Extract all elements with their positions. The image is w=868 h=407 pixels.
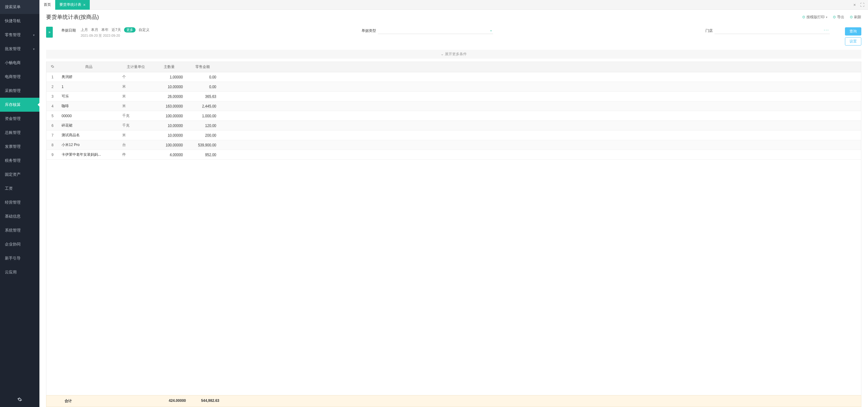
cell-unit: 米 — [119, 82, 153, 92]
sidebar-item-label: 资金管理 — [5, 116, 21, 121]
cell-amount[interactable]: 365.63 — [186, 92, 219, 101]
sidebar-item-7[interactable]: 库存核算 — [0, 98, 39, 112]
sidebar-item-11[interactable]: 税务管理 — [0, 153, 39, 168]
table-row[interactable]: 3可乐米26.00000365.63 — [46, 92, 861, 101]
sidebar-item-15[interactable]: 基础信息 — [0, 209, 39, 223]
cell-spacer — [219, 130, 861, 140]
type-select[interactable]: ⌄ — [378, 27, 493, 34]
chevron-down-icon: ⌄ — [490, 28, 493, 32]
sidebar-item-label: 云应用 — [5, 269, 17, 275]
sidebar-item-13[interactable]: 工资 — [0, 181, 39, 196]
sidebar-item-label: 基础信息 — [5, 214, 21, 219]
cell-index: 8 — [46, 140, 59, 150]
cell-qty[interactable]: 10.00000 — [153, 130, 186, 140]
refresh-button[interactable]: ⊙ 刷新 — [850, 14, 861, 20]
cell-qty[interactable]: 10.00000 — [153, 82, 186, 92]
export-icon: ⊙ — [833, 15, 836, 19]
sidebar-item-label: 搜索菜单 — [5, 4, 21, 10]
th-amount[interactable]: 零售金额 — [186, 62, 219, 72]
cell-qty[interactable]: 4.00000 — [153, 150, 186, 159]
cell-spacer — [219, 82, 861, 92]
reset-button[interactable]: 设置 — [845, 37, 861, 46]
main-content: 首页 要货单统计表 × × ⛶ 要货单统计表(按商品) ⊙ 按模版打印 ▾ — [39, 0, 868, 407]
total-amount: 544,982.63 — [189, 399, 222, 404]
sidebar-item-12[interactable]: 固定资产 — [0, 168, 39, 181]
page-title: 要货单统计表(按商品) — [46, 13, 99, 21]
sidebar-settings[interactable] — [0, 393, 39, 407]
cell-amount[interactable]: 200.00 — [186, 130, 219, 140]
sidebar-item-8[interactable]: 资金管理 — [0, 112, 39, 126]
tab-active[interactable]: 要货单统计表 × — [55, 0, 90, 10]
table-row[interactable]: 1奥润娇个1.000000.00 — [46, 72, 861, 82]
th-qty[interactable]: 主数量 — [153, 62, 186, 72]
cell-index: 4 — [46, 101, 59, 111]
cell-amount[interactable]: 539,900.00 — [186, 140, 219, 150]
collapse-filter-handle[interactable]: » — [46, 27, 53, 38]
sidebar-item-label: 系统管理 — [5, 228, 21, 233]
sidebar-item-6[interactable]: 采购管理 — [0, 84, 39, 98]
cell-amount[interactable]: 0.00 — [186, 72, 219, 82]
table-row[interactable]: 7测试商品名米10.00000200.00 — [46, 130, 861, 140]
cell-amount[interactable]: 0.00 — [186, 82, 219, 92]
sidebar-item-10[interactable]: 发票管理 — [0, 140, 39, 153]
cell-product: 00000 — [59, 111, 119, 121]
export-label: 导出 — [837, 14, 844, 20]
quick-this-year[interactable]: 本年 — [101, 27, 108, 32]
table-row[interactable]: 21米10.000000.00 — [46, 82, 861, 92]
cell-amount[interactable]: 952.00 — [186, 150, 219, 159]
cell-qty[interactable]: 1.00000 — [153, 72, 186, 82]
sidebar-item-17[interactable]: 企业协同 — [0, 237, 39, 251]
cell-qty[interactable]: 100.00000 — [153, 140, 186, 150]
table-row[interactable]: 500000千克100.000001,000.00 — [46, 111, 861, 121]
tab-home[interactable]: 首页 — [39, 0, 55, 10]
close-icon[interactable]: × — [83, 2, 86, 7]
sidebar-item-14[interactable]: 经营管理 — [0, 196, 39, 209]
cell-qty[interactable]: 26.00000 — [153, 92, 186, 101]
cell-qty[interactable]: 163.00000 — [153, 101, 186, 111]
sidebar-item-2[interactable]: 零售管理▾ — [0, 28, 39, 42]
cell-qty[interactable]: 10.00000 — [153, 121, 186, 130]
tab-fullscreen-icon[interactable]: ⛶ — [859, 2, 866, 8]
sidebar-item-18[interactable]: 新手引导 — [0, 251, 39, 265]
gear-icon — [51, 65, 54, 68]
print-icon: ⊙ — [802, 15, 805, 19]
tab-close-all-icon[interactable]: × — [852, 2, 857, 8]
quick-this-month[interactable]: 本月 — [91, 27, 98, 32]
sidebar-item-9[interactable]: 总账管理 — [0, 126, 39, 140]
expand-more-filters[interactable]: ⌄ 展开更多条件 — [46, 50, 861, 59]
table-row[interactable]: 4咖啡米163.000002,445.00 — [46, 101, 861, 111]
th-spacer — [219, 62, 861, 72]
table-container: 商品 主计量单位 主数量 零售金额 1奥润娇个1.000000.0021米10.… — [46, 62, 861, 407]
sidebar-item-16[interactable]: 系统管理 — [0, 223, 39, 237]
cell-amount[interactable]: 1,000.00 — [186, 111, 219, 121]
sidebar-item-3[interactable]: 批发管理▾ — [0, 42, 39, 56]
cell-index: 2 — [46, 82, 59, 92]
sidebar-item-19[interactable]: 云应用 — [0, 265, 39, 279]
quick-custom[interactable]: 自定义 — [138, 27, 150, 32]
print-button[interactable]: ⊙ 按模版打印 ▾ — [802, 14, 827, 20]
sidebar-item-5[interactable]: 电商管理 — [0, 70, 39, 84]
table-settings-header[interactable] — [46, 62, 59, 72]
th-product[interactable]: 商品 — [59, 62, 119, 72]
sidebar-item-label: 快捷导航 — [5, 18, 21, 24]
sidebar-item-4[interactable]: 小畅电商 — [0, 56, 39, 70]
table-row[interactable]: 8小米12 Pro台100.00000539,900.00 — [46, 140, 861, 150]
search-button[interactable]: 查询 — [845, 27, 861, 35]
th-unit[interactable]: 主计量单位 — [119, 62, 153, 72]
sidebar-item-label: 新手引导 — [5, 256, 21, 261]
table-row[interactable]: 6碎花裙千克10.00000120.00 — [46, 121, 861, 130]
sidebar-item-0[interactable]: 搜索菜单 — [0, 0, 39, 14]
cell-product: 卡伊莱中老年女装妈妈... — [59, 150, 119, 159]
sidebar-item-1[interactable]: 快捷导航 — [0, 14, 39, 28]
sidebar-item-label: 小畅电商 — [5, 60, 21, 65]
store-select[interactable]: ··· — [715, 27, 830, 34]
quick-more[interactable]: 更多 — [124, 27, 135, 32]
cell-qty[interactable]: 100.00000 — [153, 111, 186, 121]
cell-amount[interactable]: 2,445.00 — [186, 101, 219, 111]
table-row[interactable]: 9卡伊莱中老年女装妈妈...件4.00000952.00 — [46, 150, 861, 159]
total-label: 合计 — [62, 399, 122, 404]
cell-amount[interactable]: 120.00 — [186, 121, 219, 130]
quick-last7[interactable]: 近7天 — [112, 27, 121, 32]
quick-last-month[interactable]: 上月 — [81, 27, 88, 32]
export-button[interactable]: ⊙ 导出 — [833, 14, 844, 20]
